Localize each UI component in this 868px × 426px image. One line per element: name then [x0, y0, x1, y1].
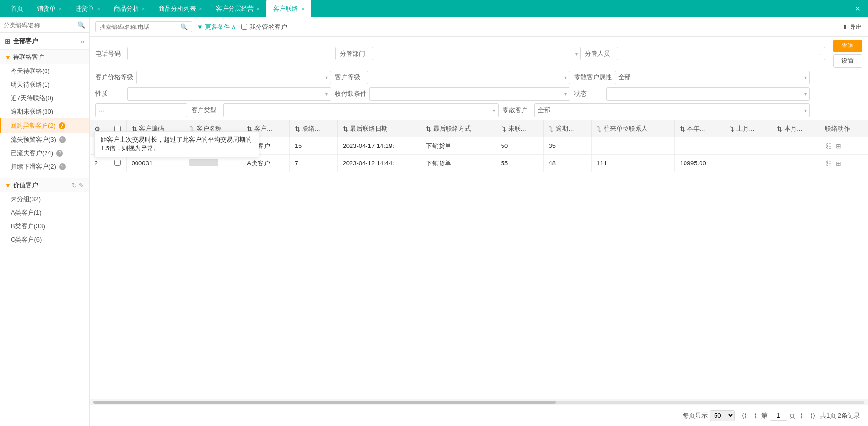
sidebar-item-class-a[interactable]: A类客户(1) — [0, 206, 89, 220]
nature-dropdown[interactable]: ▾ — [127, 87, 331, 101]
td-overdue-2: 48 — [544, 155, 592, 172]
filter-department: 分管部门 ▾ — [340, 47, 580, 60]
more-btn[interactable]: ··· — [95, 103, 187, 117]
nav-purchase-order[interactable]: 进货单 × — [68, 0, 107, 17]
th-uncontacted[interactable]: ⇅未联... — [496, 120, 544, 137]
table-wrap: ⚙ ⇅客户编码 ⇅客户名称 ⇅客户... — [90, 120, 868, 399]
prev-page-button[interactable]: ⟨ — [751, 411, 760, 420]
td-uncontacted-1: 50 — [496, 137, 544, 155]
filter-payment: 收付款条件 ▾ — [335, 87, 571, 101]
sidebar-item-repurchase-abnormal[interactable]: 回购异常客户(2) ? — [0, 118, 89, 133]
td-this-year-1 — [675, 137, 724, 155]
td-uncontacted-2: 55 — [496, 155, 544, 172]
sidebar-all-customers[interactable]: ⊞ 全部客户 » — [0, 33, 89, 50]
sidebar-item-today-contact[interactable]: 今天待联络(0) — [0, 64, 89, 78]
edit-icon[interactable]: ✎ — [79, 182, 84, 189]
chevron-down-icon-6: ▾ — [564, 91, 567, 97]
settings-button[interactable]: 设置 — [833, 54, 862, 68]
th-contact-count[interactable]: ⇅联络... — [289, 120, 337, 137]
td-related-2: 111 — [592, 155, 675, 172]
sidebar-search-input[interactable] — [4, 22, 77, 29]
value-group-edit-icons: ↻ ✎ — [72, 182, 84, 189]
query-button[interactable]: 查询 — [833, 40, 862, 52]
sidebar-item-class-b[interactable]: B类客户(33) — [0, 220, 89, 233]
phone-input[interactable] — [127, 47, 336, 60]
department-dropdown[interactable]: ▾ — [372, 47, 580, 60]
filter-row-1: 电话号码 分管部门 ▾ 分管人员 ··· — [95, 40, 862, 68]
refresh-icon[interactable]: ↻ — [72, 182, 77, 189]
nav-product-analysis-list[interactable]: 商品分析列表 × — [152, 0, 209, 17]
th-this-month[interactable]: ⇅本月... — [772, 120, 820, 137]
link-icon-1[interactable]: ⛓ — [825, 142, 832, 150]
close-sales-order-icon[interactable]: × — [59, 6, 61, 12]
next-page-button[interactable]: ⟩ — [797, 411, 806, 420]
sort-icon-9: ⇅ — [596, 125, 602, 132]
sort-icon-7: ⇅ — [501, 125, 506, 132]
grid-icon-2[interactable]: ⊞ — [836, 160, 841, 167]
th-overdue[interactable]: ⇅逾期... — [544, 120, 592, 137]
grid-icon-1[interactable]: ⊞ — [836, 142, 841, 150]
nav-sales-order[interactable]: 销货单 × — [30, 0, 68, 17]
sidebar-item-overdue-contact[interactable]: 逾期未联络(30) — [0, 105, 89, 118]
arrow-down-icon: ▼ — [5, 54, 11, 61]
sidebar-search-icon[interactable]: 🔍 — [77, 21, 85, 29]
th-last-contact-method[interactable]: ⇅最后联络方式 — [421, 120, 496, 137]
manager-input[interactable]: ··· — [617, 47, 825, 60]
th-last-contact-date[interactable]: ⇅最后联络日期 — [337, 120, 421, 137]
last-page-button[interactable]: ⟩⟩ — [807, 411, 818, 420]
sidebar-collapse-icon[interactable]: » — [81, 38, 84, 45]
sidebar-item-7day-contact[interactable]: 近7天待联络(0) — [0, 91, 89, 105]
sidebar-group-value-customers[interactable]: ▼ 价值客户 ↻ ✎ — [0, 178, 89, 192]
scroll-track[interactable] — [93, 401, 864, 404]
filter-retail-customer: 零散客户 全部 ▾ — [503, 103, 810, 117]
sidebar-item-tomorrow-contact[interactable]: 明天待联络(1) — [0, 78, 89, 91]
contact-method-link-1[interactable]: 下销货单 — [426, 142, 451, 149]
status-dropdown[interactable]: ▾ — [606, 87, 810, 101]
more-conditions-btn[interactable]: ▼ 更多条件 ∧ — [197, 23, 236, 31]
retail-customer-dropdown[interactable]: 全部 ▾ — [534, 103, 810, 117]
my-customers-checkbox[interactable] — [241, 24, 247, 30]
chevron-up-icon: ∧ — [231, 23, 236, 30]
page-size-select[interactable]: 50 100 200 — [710, 410, 735, 421]
main-search-wrap: 🔍 — [95, 21, 192, 32]
window-close-button[interactable]: × — [851, 4, 864, 14]
nav-home[interactable]: 首页 — [4, 0, 30, 17]
link-icon-2[interactable]: ⛓ — [825, 160, 832, 167]
main-search-icon[interactable]: 🔍 — [180, 23, 188, 30]
horizontal-scrollbar[interactable] — [90, 399, 868, 405]
nav-customer-contact[interactable]: 客户联络 × — [266, 0, 311, 17]
close-customer-contact-icon[interactable]: × — [301, 6, 304, 12]
filter-status: 状态 ▾ — [574, 87, 810, 101]
pagination: 每页显示 50 100 200 ⟨⟨ ⟨ 第 页 ⟩ ⟩⟩ 共1页 2条记录 — [90, 405, 868, 426]
main-search-input[interactable] — [100, 24, 180, 30]
close-product-analysis-icon[interactable]: × — [142, 6, 145, 12]
close-customer-tier-icon[interactable]: × — [257, 6, 259, 12]
filter-manager: 分管人员 ··· — [585, 47, 825, 60]
th-related-person[interactable]: ⇅往来单位联系人 — [592, 120, 675, 137]
price-level-dropdown[interactable]: ▾ — [136, 71, 331, 84]
sidebar-item-churn-warning[interactable]: 流失预警客户(3) ? — [0, 133, 89, 147]
sidebar-item-ungrouped[interactable]: 未分组(32) — [0, 192, 89, 206]
first-page-button[interactable]: ⟨⟨ — [739, 411, 749, 420]
scroll-thumb[interactable] — [93, 401, 556, 404]
th-last-month[interactable]: ⇅上月... — [724, 120, 772, 137]
sidebar-item-class-c[interactable]: C类客户(6) — [0, 233, 89, 247]
close-purchase-order-icon[interactable]: × — [97, 6, 100, 12]
page-number-input[interactable] — [770, 411, 787, 421]
row2-checkbox[interactable] — [114, 160, 121, 166]
filter-bar: 🔍 ▼ 更多条件 ∧ 我分管的客户 ⬆ 导出 — [90, 17, 868, 37]
close-product-analysis-list-icon[interactable]: × — [199, 6, 202, 12]
customer-type-dropdown[interactable]: ▾ — [223, 103, 499, 117]
info-icon-3: ? — [56, 150, 63, 157]
sidebar-item-churned[interactable]: 已流失客户(24) ? — [0, 147, 89, 160]
sidebar-item-declining[interactable]: 持续下滑客户(2) ? — [0, 160, 89, 174]
export-button[interactable]: ⬆ 导出 — [842, 23, 862, 31]
nav-customer-tier[interactable]: 客户分层经营 × — [209, 0, 266, 17]
th-this-year[interactable]: ⇅本年... — [675, 120, 724, 137]
nav-product-analysis[interactable]: 商品分析 × — [107, 0, 152, 17]
contact-method-link-2[interactable]: 下销货单 — [426, 160, 451, 167]
payment-dropdown[interactable]: ▾ — [369, 87, 571, 101]
customer-level-dropdown[interactable]: ▾ — [367, 71, 571, 84]
retail-attr-dropdown[interactable]: 全部 ▾ — [615, 71, 810, 84]
sidebar-group-pending-contact[interactable]: ▼ 待联络客户 — [0, 50, 89, 64]
